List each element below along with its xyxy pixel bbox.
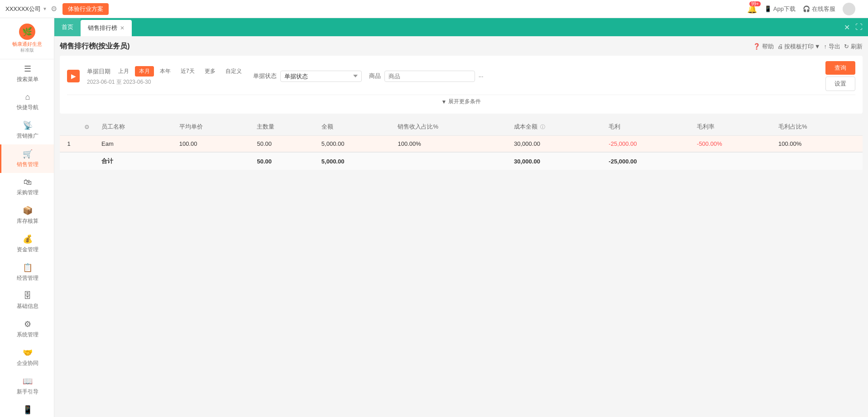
- action-btn-group: 查询 设置: [825, 61, 855, 91]
- settings-icon[interactable]: ⚙: [51, 5, 57, 13]
- company-selector[interactable]: XXXXXX公司 ▼: [5, 5, 47, 13]
- print-icon: 🖨: [777, 43, 783, 50]
- notification-area[interactable]: 🔔 99+: [747, 4, 757, 14]
- sidebar-item-finance[interactable]: 💰 资金管理: [0, 230, 54, 258]
- user-avatar[interactable]: [843, 3, 855, 15]
- sidebar-item-inventory[interactable]: 📦 库存核算: [0, 201, 54, 230]
- goods-filter-label: 商品: [369, 72, 381, 80]
- date-filter-label: 单据日期: [87, 67, 110, 76]
- col-settings[interactable]: ⚙: [78, 118, 96, 136]
- export-icon: ↑: [824, 43, 827, 50]
- sidebar-label-marketing: 营销推广: [17, 132, 38, 140]
- sidebar-label-purchase: 采购管理: [17, 189, 38, 197]
- marketing-icon: 📡: [23, 120, 33, 130]
- newbie-icon: 📖: [23, 376, 33, 386]
- help-label: 帮助: [762, 43, 774, 51]
- sidebar: 🌿 畅康通好生意 标准版 ☰ 搜索菜单 ⌂ 快捷导航 📡 营销推广 🛒 销售管理…: [0, 18, 54, 417]
- more-filters-icon[interactable]: ···: [479, 73, 484, 80]
- table-footer-row: 合计 50.00 5,000.00 30,000.00 -25,000.00: [60, 152, 863, 170]
- col-cost: 成本全额 ⓘ: [508, 118, 603, 136]
- sidebar-item-shortcut[interactable]: ⌂ 快捷导航: [0, 88, 54, 116]
- sidebar-label-finance: 资金管理: [17, 246, 38, 254]
- filter-expand-arrow[interactable]: ▶: [67, 70, 80, 82]
- sidebar-label-system: 系统管理: [17, 331, 38, 339]
- tab-home[interactable]: 首页: [54, 18, 81, 36]
- sidebar-item-search[interactable]: ☰ 搜索菜单: [0, 59, 54, 88]
- cell-cost: 30,000.00: [508, 136, 603, 153]
- footer-profit: -25,000.00: [603, 152, 691, 170]
- tab-sales-rank-label: 销售排行榜: [88, 24, 117, 32]
- tab-close-icon[interactable]: ✕: [120, 25, 125, 31]
- sidebar-item-sales[interactable]: 🛒 销售管理: [0, 144, 54, 173]
- logo-text: 畅康通好生意: [12, 41, 42, 47]
- sidebar-item-purchase[interactable]: 🛍 采购管理: [0, 173, 54, 201]
- sales-icon: 🛒: [23, 149, 33, 159]
- date-tab-prev[interactable]: 上月: [114, 66, 133, 77]
- logo-sub: 标准版: [20, 47, 34, 53]
- date-tab-year[interactable]: 本年: [156, 66, 175, 77]
- sidebar-item-operation[interactable]: 📋 经营管理: [0, 258, 54, 287]
- export-button[interactable]: ↑ 导出: [824, 43, 841, 51]
- notification-badge: 99+: [749, 1, 761, 6]
- help-button[interactable]: ❓ 帮助: [753, 43, 774, 51]
- table-container: ⚙ 员工名称 平均单价 主数量 全额 销售收入占比% 成本全额 ⓘ 毛利 毛利率…: [60, 118, 863, 170]
- footer-avg-price: [174, 152, 252, 170]
- sidebar-label-collab: 企业协同: [17, 359, 38, 367]
- goods-filter-group: 商品 ···: [369, 71, 484, 82]
- app-download-link[interactable]: 📱 App下载: [764, 5, 796, 13]
- sidebar-item-basic[interactable]: 🗄 基础信息: [0, 287, 54, 315]
- sidebar-label-newbie: 新手引导: [17, 388, 38, 396]
- sidebar-label-shortcut: 快捷导航: [17, 104, 38, 111]
- company-name: XXXXXX公司: [5, 5, 41, 13]
- appstore-icon: 📱: [23, 405, 33, 415]
- cell-settings: [78, 136, 96, 153]
- date-filter-group: 单据日期 上月 本月 本年 近7天 更多 自定义 2023-06-01 至 20…: [87, 66, 246, 86]
- home-icon: ⌂: [25, 92, 30, 102]
- chevron-down-icon: ▼: [441, 99, 447, 105]
- sidebar-item-newbie[interactable]: 📖 新手引导: [0, 372, 54, 400]
- cost-info-icon[interactable]: ⓘ: [540, 124, 545, 129]
- refresh-button[interactable]: ↻ 刷新: [844, 43, 863, 51]
- expand-filters-row[interactable]: ▼ 展开更多条件: [67, 95, 855, 108]
- export-label: 导出: [829, 43, 840, 51]
- tab-sales-rank[interactable]: 销售排行榜 ✕: [81, 20, 132, 36]
- filter-area: ▶ 单据日期 上月 本月 本年 近7天 更多 自定义: [60, 56, 863, 114]
- sidebar-label-basic: 基础信息: [17, 302, 38, 310]
- footer-profit-rate: [691, 152, 773, 170]
- status-select[interactable]: 单据状态: [280, 71, 362, 82]
- date-tab-7days[interactable]: 近7天: [177, 66, 199, 77]
- logo-icon: 🌿: [19, 24, 35, 40]
- footer-quantity: 50.00: [251, 152, 316, 170]
- sidebar-item-marketing[interactable]: 📡 营销推广: [0, 116, 54, 144]
- trial-button[interactable]: 体验行业方案: [62, 3, 109, 15]
- sidebar-item-system[interactable]: ⚙ 系统管理: [0, 315, 54, 343]
- cell-avg-price: 100.00: [174, 136, 252, 153]
- status-filter-label: 单据状态: [253, 72, 277, 80]
- sidebar-item-collab[interactable]: 🤝 企业协同: [0, 343, 54, 372]
- tab-close-all-button[interactable]: ✕: [842, 21, 852, 34]
- footer-sales-ratio: [392, 152, 508, 170]
- print-button[interactable]: 🖨 按模板打印 ▼: [777, 43, 820, 51]
- col-quantity: 主数量: [251, 118, 316, 136]
- date-tab-custom[interactable]: 自定义: [221, 66, 246, 77]
- page-content: 销售排行榜(按业务员) ❓ 帮助 🖨 按模板打印 ▼ ↑ 导出: [54, 36, 868, 417]
- cell-profit-ratio: 100.00%: [773, 136, 863, 153]
- basic-icon: 🗄: [24, 291, 32, 301]
- date-tabs: 上月 本月 本年 近7天 更多 自定义: [114, 66, 246, 77]
- mobile-icon: 📱: [764, 5, 772, 12]
- footer-profit-ratio: [773, 152, 863, 170]
- page-header: 销售排行榜(按业务员) ❓ 帮助 🖨 按模板打印 ▼ ↑ 导出: [60, 42, 863, 51]
- top-bar: XXXXXX公司 ▼ ⚙ 体验行业方案 🔔 99+ 📱 App下载 🎧 在线客服: [0, 0, 868, 18]
- data-table: ⚙ 员工名称 平均单价 主数量 全额 销售收入占比% 成本全额 ⓘ 毛利 毛利率…: [60, 118, 863, 170]
- query-button[interactable]: 查询: [825, 61, 855, 75]
- online-service-link[interactable]: 🎧 在线客服: [803, 5, 835, 13]
- goods-input[interactable]: [384, 71, 475, 82]
- sidebar-item-appstore[interactable]: 📱 应用中心: [0, 400, 54, 417]
- date-tab-more[interactable]: 更多: [201, 66, 220, 77]
- date-tab-curr[interactable]: 本月: [135, 66, 154, 77]
- tab-maximize-button[interactable]: ⛶: [854, 21, 864, 33]
- help-icon: ❓: [753, 43, 760, 50]
- content-area: 首页 销售排行榜 ✕ ✕ ⛶ 销售排行榜(按业务员) ❓ 帮助: [54, 18, 868, 417]
- filter-settings-button[interactable]: 设置: [825, 77, 855, 91]
- col-sales-ratio: 销售收入占比%: [392, 118, 508, 136]
